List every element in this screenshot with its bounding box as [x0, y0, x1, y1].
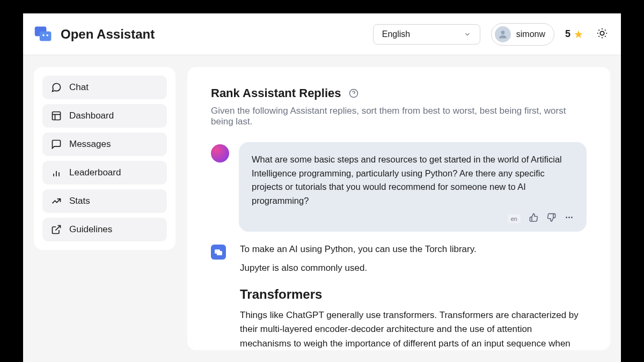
- reply-message: To make an AI using Python, you can use …: [211, 242, 587, 350]
- prompt-message: What are some basic steps and resources …: [211, 142, 587, 232]
- sidebar-item-label: Leaderboard: [69, 167, 121, 178]
- sidebar-item-label: Stats: [69, 196, 90, 206]
- sidebar-item-label: Chat: [69, 82, 89, 93]
- more-button[interactable]: [565, 213, 574, 224]
- svg-rect-14: [53, 112, 61, 120]
- svg-line-20: [55, 226, 60, 231]
- prompt-text: What are some basic steps and resources …: [252, 153, 574, 208]
- svg-point-5: [600, 31, 604, 35]
- svg-point-2: [42, 34, 45, 36]
- sidebar-item-dashboard[interactable]: Dashboard: [42, 104, 167, 128]
- reply-paragraph: To make an AI using Python, you can use …: [240, 242, 582, 256]
- app-logo-icon: [34, 25, 53, 44]
- star-icon: ★: [574, 28, 583, 41]
- header: Open Assistant English simonw 5 ★: [23, 13, 621, 55]
- sidebar-item-leaderboard[interactable]: Leaderboard: [42, 161, 167, 184]
- user-avatar-icon: [211, 144, 229, 162]
- svg-point-23: [566, 217, 567, 218]
- stats-icon: [51, 196, 62, 206]
- reply-heading: Transformers: [240, 287, 582, 302]
- svg-point-24: [568, 217, 570, 218]
- help-icon[interactable]: [349, 88, 358, 98]
- reply-paragraph: Things like ChatGPT generally use transf…: [240, 308, 582, 350]
- svg-line-12: [599, 36, 599, 36]
- sidebar-item-chat[interactable]: Chat: [42, 76, 167, 99]
- avatar-icon: [495, 26, 511, 42]
- sidebar-item-messages[interactable]: Messages: [42, 132, 167, 156]
- leaderboard-icon: [51, 167, 62, 178]
- external-icon: [51, 224, 62, 235]
- language-select[interactable]: English: [373, 24, 480, 45]
- svg-point-4: [501, 31, 504, 34]
- svg-point-3: [46, 34, 48, 36]
- chevron-down-icon: [464, 31, 471, 38]
- svg-rect-1: [40, 31, 52, 41]
- svg-line-9: [605, 36, 605, 36]
- sidebar-item-label: Guidelines: [69, 224, 112, 235]
- page-title: Rank Assistant Replies: [211, 86, 341, 100]
- svg-rect-27: [217, 251, 222, 255]
- thumbs-up-button[interactable]: [529, 213, 538, 224]
- main-content: Rank Assistant Replies Given the followi…: [187, 67, 610, 350]
- reply-paragraph: Jupyter is also commonly used.: [240, 261, 582, 275]
- svg-point-25: [571, 217, 573, 218]
- page-description: Given the following Assistant replies, s…: [211, 106, 587, 127]
- app-title: Open Assistant: [61, 27, 155, 42]
- score-value: 5: [565, 28, 570, 40]
- dashboard-icon: [51, 110, 62, 121]
- theme-toggle[interactable]: [594, 25, 610, 43]
- assistant-avatar-icon: [211, 245, 226, 260]
- sun-icon: [596, 27, 608, 39]
- sidebar-item-guidelines[interactable]: Guidelines: [42, 218, 167, 241]
- sidebar-item-label: Messages: [69, 139, 111, 150]
- user-menu[interactable]: simonw: [491, 23, 554, 46]
- language-badge: en: [508, 215, 521, 223]
- messages-icon: [51, 139, 62, 150]
- sidebar: Chat Dashboard Messages Leaderboard Stat…: [34, 67, 175, 250]
- username: simonw: [516, 29, 545, 39]
- sidebar-item-stats[interactable]: Stats: [42, 189, 167, 213]
- sidebar-item-label: Dashboard: [69, 110, 114, 121]
- chat-icon: [51, 82, 62, 93]
- svg-line-13: [605, 29, 605, 30]
- svg-line-8: [599, 29, 599, 30]
- thumbs-down-button[interactable]: [547, 213, 556, 224]
- language-label: English: [382, 29, 410, 39]
- score-display: 5 ★: [565, 28, 583, 41]
